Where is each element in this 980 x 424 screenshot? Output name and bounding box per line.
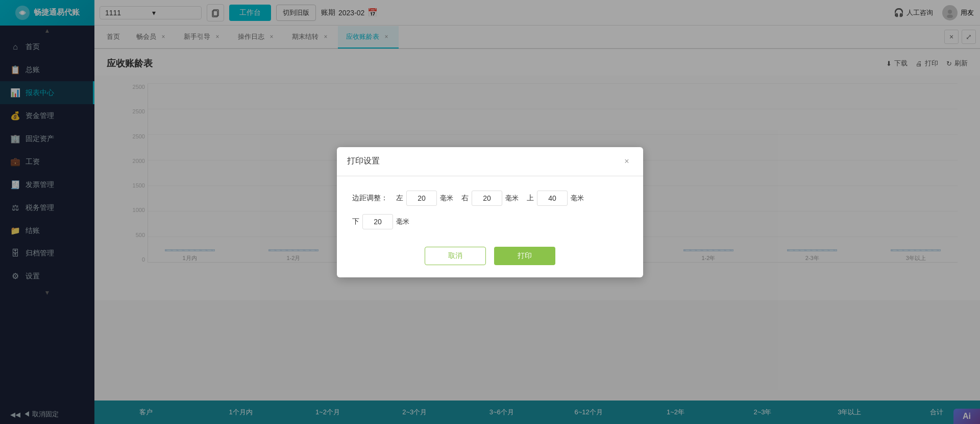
- left-unit: 毫米: [440, 194, 453, 203]
- margin-row: 边距调整： 左 毫米 右 毫米 上 毫米 下: [352, 191, 628, 229]
- modal-overlay[interactable]: 打印设置 × 边距调整： 左 毫米 右 毫米 上 毫米: [0, 0, 980, 424]
- cancel-print-button[interactable]: 取消: [425, 247, 486, 265]
- top-input[interactable]: [537, 191, 568, 206]
- right-label: 右: [461, 194, 469, 203]
- print-settings-modal: 打印设置 × 边距调整： 左 毫米 右 毫米 上 毫米: [337, 147, 643, 277]
- modal-title: 打印设置: [347, 156, 380, 167]
- margin-right-group: 右 毫米: [461, 191, 519, 206]
- top-label: 上: [527, 194, 534, 203]
- modal-close-button[interactable]: ×: [621, 155, 633, 168]
- right-input[interactable]: [472, 191, 502, 206]
- margin-top-group: 上 毫米: [527, 191, 584, 206]
- left-input[interactable]: [406, 191, 437, 206]
- modal-footer: 取消 打印: [337, 242, 643, 277]
- modal-header: 打印设置 ×: [337, 147, 643, 176]
- confirm-print-button[interactable]: 打印: [494, 247, 555, 265]
- margin-left-group: 左 毫米: [396, 191, 453, 206]
- left-label: 左: [396, 194, 403, 203]
- right-unit: 毫米: [505, 194, 519, 203]
- margin-bottom-group: 下 毫米: [352, 214, 409, 229]
- top-unit: 毫米: [571, 194, 584, 203]
- modal-body: 边距调整： 左 毫米 右 毫米 上 毫米 下: [337, 176, 643, 242]
- bottom-label: 下: [352, 217, 359, 226]
- bottom-unit: 毫米: [396, 217, 409, 226]
- margin-label: 边距调整：: [352, 194, 388, 203]
- bottom-input[interactable]: [362, 214, 393, 229]
